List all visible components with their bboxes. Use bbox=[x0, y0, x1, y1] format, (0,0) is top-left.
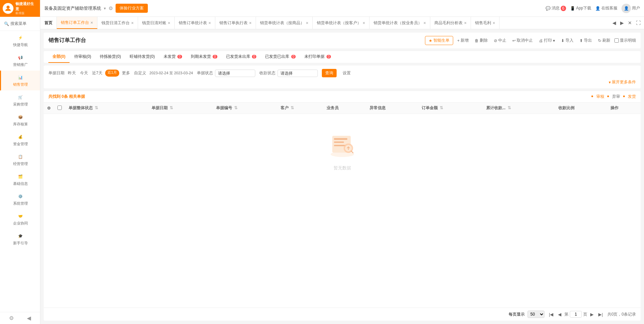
col-settings[interactable]: ⚙ bbox=[44, 103, 54, 114]
sub-tab-wangpu[interactable]: 旺铺待发货(0) bbox=[126, 51, 159, 63]
sub-tab-overdue[interactable]: 到期未发货 0 bbox=[187, 51, 221, 63]
page-prev-button[interactable]: ◀ bbox=[556, 311, 563, 318]
sub-tab-shipped-out[interactable]: 已发货已出库 0 bbox=[261, 51, 300, 63]
date-btn-today[interactable]: 今天 bbox=[79, 70, 89, 77]
sidebar-item-operations[interactable]: 📋 经营管理 bbox=[0, 150, 40, 170]
date-btn-1month[interactable]: 近1月 bbox=[105, 70, 119, 77]
tab-sales-workbench[interactable]: 销售订单工作台 ✕ bbox=[57, 17, 97, 29]
sidebar-item-finance[interactable]: 💰 资金管理 bbox=[0, 130, 40, 150]
sub-tab-not-shipped[interactable]: 未发货 0 bbox=[160, 51, 186, 63]
col-date[interactable]: 单据日期 ⇅ bbox=[148, 103, 213, 114]
refresh-button[interactable]: ↻ 刷新 bbox=[596, 36, 612, 45]
search-menu-button[interactable]: 🔍 搜索菜单 bbox=[3, 19, 37, 28]
sidebar-item-marketing[interactable]: 📢 营销推广 bbox=[0, 51, 40, 71]
date-btn-7days[interactable]: 近7天 bbox=[91, 70, 104, 77]
date-btn-yesterday[interactable]: 昨天 bbox=[67, 70, 77, 77]
page-size-select[interactable]: 50 10 20 100 bbox=[527, 311, 545, 318]
tab-sales-exec-close[interactable]: ✕ bbox=[249, 21, 252, 25]
table-scroll-area[interactable]: ⚙ 单据整体状态 ⇅ 单据日期 ⇅ 单据编号 ⇅ 客户 ⇅ 业务员 异常信息 订… bbox=[44, 103, 641, 308]
sidebar-item-sales[interactable]: 📊 销售管理 bbox=[0, 71, 40, 90]
col-status[interactable]: 单据整体状态 ⇅ bbox=[65, 103, 148, 114]
export-button[interactable]: ⬆ 导出 bbox=[577, 36, 594, 45]
tab-sales-summary-customer-close[interactable]: ✕ bbox=[362, 21, 365, 25]
message-button[interactable]: 💬 消息 6 bbox=[546, 5, 566, 11]
industry-solution-button[interactable]: 体验行业方案 bbox=[116, 4, 148, 13]
tab-cash-reconcile[interactable]: 钱货日清对账 ✕ bbox=[138, 17, 175, 29]
tab-cash-daily[interactable]: 钱货日清工作台 ✕ bbox=[97, 17, 138, 29]
tab-cash-daily-close[interactable]: ✕ bbox=[131, 21, 134, 25]
col-exception[interactable]: 异常信息 bbox=[366, 103, 418, 114]
page-next-button[interactable]: ▶ bbox=[589, 311, 595, 318]
select-all-checkbox[interactable] bbox=[57, 106, 62, 110]
delete-button[interactable]: 🗑 删除 bbox=[473, 36, 490, 45]
sidebar-item-basic[interactable]: 🗂️ 基础信息 bbox=[0, 170, 40, 190]
tab-sales-summary-staff[interactable]: 销货单统计表（按业务员） ✕ bbox=[370, 17, 430, 29]
sidebar-item-system[interactable]: ⚙️ 系统管理 bbox=[0, 190, 40, 209]
sub-tab-pending-check[interactable]: 待拣验货(0) bbox=[96, 51, 125, 63]
batch-actions: ● 审核 ● 弃审 ● 发货 bbox=[591, 94, 636, 99]
stop-button[interactable]: ⊘ 中止 bbox=[492, 36, 508, 45]
tab-sales-exec[interactable]: 销售订单执行表 ✕ bbox=[215, 17, 256, 29]
sub-tab-shipped-not-out[interactable]: 已发货未出库 0 bbox=[222, 51, 261, 63]
col-amount[interactable]: 订单金额 ⇅ bbox=[418, 103, 483, 114]
app-download-button[interactable]: 📱 App下载 bbox=[570, 5, 591, 11]
batch-cancel-button[interactable]: 弃审 bbox=[612, 94, 620, 99]
smart-generate-button[interactable]: ★ 智能生单 bbox=[425, 36, 453, 45]
sidebar-item-guide[interactable]: 🎓 新手引导 bbox=[0, 229, 40, 249]
sub-tab-all[interactable]: 全部(0) bbox=[48, 51, 70, 63]
sub-tab-not-printed[interactable]: 未打印单据 0 bbox=[300, 51, 335, 63]
sidebar-item-enterprise[interactable]: 🤝 企业协同 bbox=[0, 209, 40, 229]
col-checkbox[interactable] bbox=[54, 103, 65, 114]
page-input[interactable] bbox=[570, 311, 582, 318]
tab-home[interactable]: 首页 bbox=[40, 17, 57, 29]
tab-gross-profit[interactable]: 商品毛利分析表 ✕ bbox=[430, 17, 471, 29]
page-first-button[interactable]: |◀ bbox=[547, 311, 555, 318]
payment-filter-select[interactable]: 请选择 bbox=[277, 70, 318, 77]
tab-maximize[interactable]: ⛶ bbox=[635, 19, 642, 26]
user-avatar: 👤 bbox=[621, 4, 631, 13]
col-ratio[interactable]: 收款比例 bbox=[555, 103, 607, 114]
tab-sales-summary-staff-close[interactable]: ✕ bbox=[423, 21, 426, 25]
tab-sales-summary-product-close[interactable]: ✕ bbox=[306, 21, 308, 25]
tab-sales-workbench-close[interactable]: ✕ bbox=[90, 21, 93, 25]
date-btn-custom[interactable]: 自定义 bbox=[133, 70, 147, 77]
tab-sales-profit[interactable]: 销售毛利 ✕ bbox=[471, 17, 500, 29]
sidebar-item-quicknav[interactable]: ⚡ 快捷导航 bbox=[0, 31, 40, 51]
tab-sales-stats-close[interactable]: ✕ bbox=[208, 21, 211, 25]
col-staff[interactable]: 业务员 bbox=[323, 103, 366, 114]
tab-sales-profit-close[interactable]: ✕ bbox=[492, 21, 495, 25]
add-button[interactable]: + 新增 bbox=[455, 36, 471, 45]
page-last-button[interactable]: ▶| bbox=[597, 311, 604, 318]
date-btn-more[interactable]: 更多 bbox=[121, 70, 131, 77]
import-button[interactable]: ⬇ 导入 bbox=[559, 36, 575, 45]
sidebar-item-inventory[interactable]: 📦 库存核算 bbox=[0, 110, 40, 130]
status-filter-select[interactable]: 请选择 bbox=[215, 70, 255, 77]
tab-gross-profit-close[interactable]: ✕ bbox=[464, 21, 467, 25]
col-number[interactable]: 单据编号 ⇅ bbox=[213, 103, 277, 114]
expand-filter-button[interactable]: ▾ 展开更多条件 bbox=[609, 79, 636, 85]
tab-cash-reconcile-label: 钱货日清对账 bbox=[142, 20, 166, 26]
tab-sales-summary-product[interactable]: 销货单统计表（按商品） ✕ bbox=[256, 17, 313, 29]
settings-icon[interactable]: ⚙ bbox=[109, 5, 113, 11]
tab-cash-reconcile-close[interactable]: ✕ bbox=[168, 21, 170, 25]
batch-review-button[interactable]: 审核 bbox=[596, 94, 604, 99]
show-detail-checkbox[interactable] bbox=[614, 38, 619, 43]
online-service-button[interactable]: 👤 在线客服 bbox=[595, 5, 617, 11]
tab-close-all[interactable]: ✕ bbox=[627, 19, 633, 26]
filter-settings-button[interactable]: 设置 bbox=[341, 69, 353, 77]
sidebar-item-purchase[interactable]: 🛒 采购管理 bbox=[0, 90, 40, 110]
sub-tab-pending-review[interactable]: 待审核(0) bbox=[70, 51, 95, 63]
col-collected[interactable]: 累计收款... ⇅ bbox=[483, 103, 555, 114]
tab-sales-stats[interactable]: 销售订单统计表 ✕ bbox=[175, 17, 215, 29]
tab-nav-next[interactable]: ▶ bbox=[619, 19, 625, 26]
tab-sales-summary-customer[interactable]: 销货单统计表（按客户） ✕ bbox=[313, 17, 370, 29]
user-menu-button[interactable]: 👤 用户 bbox=[621, 4, 640, 13]
settings-bottom-button[interactable]: ⚙ bbox=[9, 315, 14, 321]
col-customer[interactable]: 客户 ⇅ bbox=[277, 103, 323, 114]
query-button[interactable]: 查询 bbox=[322, 69, 337, 77]
collapse-sidebar-button[interactable]: ◀ bbox=[27, 315, 31, 321]
tab-nav-prev[interactable]: ◀ bbox=[611, 19, 617, 26]
cancel-stop-button[interactable]: ↩ 取消中止 bbox=[510, 36, 535, 45]
batch-ship-button[interactable]: 发货 bbox=[628, 94, 636, 99]
print-button[interactable]: 🖨 打印 ▾ bbox=[537, 36, 557, 45]
